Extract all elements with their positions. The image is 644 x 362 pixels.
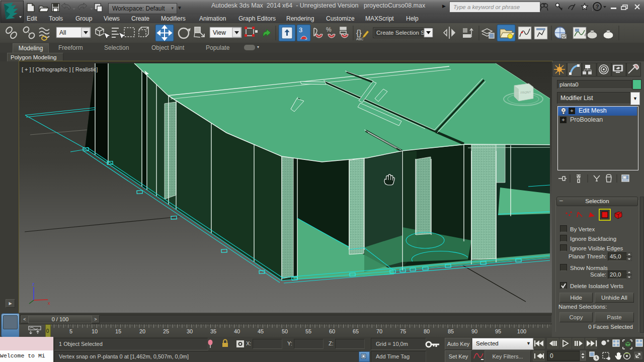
svg-text:[ + ] [ Orthographic ] [ Reali: [ + ] [ Orthographic ] [ Realistic] (22, 66, 98, 72)
svg-text:z: z (32, 282, 35, 287)
svg-text:ABC: ABC (356, 37, 363, 41)
svg-text:All: All (59, 29, 66, 36)
svg-text:View: View (213, 29, 226, 36)
svg-text:{}: {} (356, 29, 362, 37)
svg-text:?: ? (596, 4, 599, 10)
svg-text:x: x (48, 301, 50, 306)
svg-text:%: % (326, 26, 332, 33)
svg-text:3: 3 (299, 26, 302, 34)
svg-text:0: 0 (550, 352, 553, 359)
svg-text:Create Selection Se: Create Selection Se (376, 30, 428, 36)
